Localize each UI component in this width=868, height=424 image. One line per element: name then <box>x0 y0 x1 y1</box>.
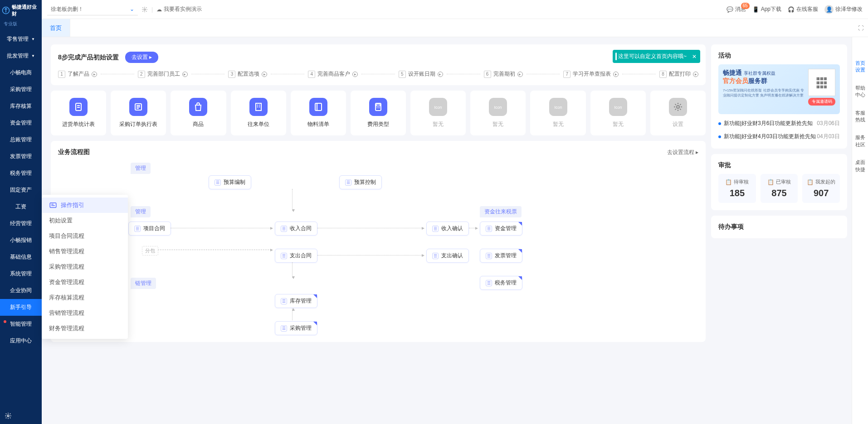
submenu-item-3[interactable]: 销售管理流程 <box>42 244 128 259</box>
flow-node-budget-edit[interactable]: ☰预算编制 <box>209 175 251 189</box>
submenu-item-6[interactable]: 库存核算流程 <box>42 290 128 305</box>
kpi-0[interactable]: 📋待审核185 <box>718 174 756 203</box>
submenu-item-2[interactable]: 项目合同流程 <box>42 228 128 244</box>
flow-node-income-confirm[interactable]: ☰收入确认 <box>426 222 469 236</box>
sidebar-item-16[interactable]: 新手引导 <box>0 299 42 316</box>
sidebar-item-1[interactable]: 批发管理▼ <box>0 48 42 64</box>
logo[interactable]: 畅捷通好业财 <box>0 0 42 21</box>
org-selector[interactable]: 徐老板勿删！ ⌄ <box>47 4 138 15</box>
rail-item-1[interactable]: 帮助中心 <box>853 80 867 103</box>
quick-card-7[interactable]: Icon暂无 <box>470 91 526 135</box>
submenu-item-7[interactable]: 营销管理流程 <box>42 305 128 321</box>
rail-item-4[interactable]: 桌面快捷 <box>853 154 867 178</box>
kpi-2[interactable]: 📋我发起的907 <box>802 174 840 203</box>
quick-card-5[interactable]: 费用类型 <box>351 91 406 135</box>
kpi-1[interactable]: 📋已审核875 <box>761 174 798 203</box>
activity-item-1[interactable]: 新功能|好业财4月03日功能更新抢先知04月03日 <box>718 132 840 141</box>
submenu-item-0[interactable]: 操作指引 <box>42 198 128 213</box>
quick-card-1[interactable]: 采购订单执行表 <box>111 91 166 135</box>
icon-icon: Icon <box>549 98 567 116</box>
sidebar-settings[interactable] <box>0 408 42 424</box>
quick-card-8[interactable]: Icon暂无 <box>530 91 585 135</box>
icon-icon: Icon <box>609 98 627 116</box>
setup-step-7[interactable]: 7学习开单查报表▶ <box>563 70 619 78</box>
flow-node-invoice[interactable]: ☰发票管理 <box>480 249 522 263</box>
quick-card-6[interactable]: Icon暂无 <box>410 91 466 135</box>
sidebar-item-18[interactable]: 应用中心 <box>0 332 42 349</box>
flow-node-budget-ctrl[interactable]: ☰预算控制 <box>339 175 382 189</box>
quick-card-9[interactable]: Icon暂无 <box>590 91 646 135</box>
bullet-icon <box>718 135 721 138</box>
submenu-item-8[interactable]: 财务管理流程 <box>42 321 128 336</box>
setup-title: 8步完成产品初始设置 <box>58 53 119 62</box>
go-setup-button[interactable]: 去设置 ▸ <box>125 52 158 63</box>
sidebar-item-0[interactable]: 零售管理▼ <box>0 31 42 48</box>
quick-card-3[interactable]: 往来单位 <box>231 91 286 135</box>
sidebar-item-8[interactable]: 税务管理 <box>0 165 42 182</box>
settings-icon[interactable] <box>141 6 148 13</box>
submenu-item-4[interactable]: 采购管理流程 <box>42 259 128 275</box>
submenu-item-1[interactable]: 初始设置 <box>42 213 128 228</box>
sidebar-item-9[interactable]: 固定资产 <box>0 182 42 198</box>
quick-card-0[interactable]: 进货单统计表 <box>51 91 106 135</box>
setup-step-4[interactable]: 4完善商品客户▶ <box>308 70 358 78</box>
app-download-button[interactable]: 📱 App下载 <box>752 5 781 13</box>
setup-step-8[interactable]: 8配置打印▶ <box>659 70 698 78</box>
flow-node-inventory[interactable]: ☰库存管理 <box>275 294 317 308</box>
doc-icon: ☰ <box>281 226 287 232</box>
submenu-item-5[interactable]: 资金管理流程 <box>42 275 128 290</box>
quick-card-4[interactable]: 物料清单 <box>291 91 346 135</box>
sidebar-item-17[interactable]: 智能管理 <box>0 316 42 332</box>
demo-link[interactable]: ☁ 我要看实例演示 <box>156 5 202 13</box>
flow-settings-link[interactable]: 去设置流程 ▸ <box>667 149 698 156</box>
bag-icon <box>189 98 207 116</box>
setup-step-5[interactable]: 5设开账日期▶ <box>399 70 443 78</box>
quick-card-10[interactable]: 设置 <box>650 91 706 135</box>
flow-node-expense-contract[interactable]: ☰支出合同 <box>275 249 317 263</box>
sidebar-item-10[interactable]: 工资 <box>0 198 42 215</box>
flow-node-tax[interactable]: ☰税务管理 <box>480 276 522 290</box>
activities-banner[interactable]: 畅捷通 享社群专属权益 官方会员服务群 7×15h资深顾问在线答疑 社群会员专享… <box>718 64 840 114</box>
close-icon[interactable]: ✕ <box>692 53 697 60</box>
sidebar-item-13[interactable]: 基础信息 <box>0 249 42 265</box>
user-menu[interactable]: 👤 徐泽华修改 <box>824 5 863 14</box>
rail-item-2[interactable]: 客服热线 <box>853 105 867 128</box>
flow-node-funds[interactable]: ☰资金管理 <box>480 222 522 236</box>
chevron-down-icon: ⌄ <box>130 6 134 12</box>
rail-item-0[interactable]: 首页设置 <box>853 55 867 78</box>
sidebar-item-11[interactable]: 经营管理 <box>0 215 42 232</box>
quick-card-2[interactable]: 商品 <box>171 91 226 135</box>
sidebar-item-12[interactable]: 小畅报销 <box>0 232 42 249</box>
rail-item-3[interactable]: 服务社区 <box>853 130 867 153</box>
gear-icon <box>669 98 687 116</box>
sidebar-item-14[interactable]: 系统管理 <box>0 265 42 282</box>
svg-point-1 <box>7 415 9 417</box>
setup-step-1[interactable]: 1了解产品▶ <box>58 70 97 78</box>
messages-button[interactable]: 💬 消息 65 <box>727 5 746 13</box>
flow-arrow <box>317 255 423 255</box>
sidebar-item-2[interactable]: 小畅电商 <box>0 64 42 81</box>
flow-node-purchase[interactable]: ☰采购管理 <box>275 321 317 335</box>
sidebar-item-5[interactable]: 资金管理 <box>0 115 42 131</box>
online-service-button[interactable]: 🎧 在线客服 <box>788 5 818 13</box>
quick-access-grid: 进货单统计表采购订单执行表商品往来单位物料清单费用类型Icon暂无Icon暂无I… <box>51 91 706 135</box>
sidebar-item-4[interactable]: 库存核算 <box>0 98 42 115</box>
play-icon: ▶ <box>262 72 267 77</box>
todo-card: 待办事项 <box>711 216 847 238</box>
setup-step-3[interactable]: 3配置选项▶ <box>228 70 267 78</box>
sidebar-item-15[interactable]: 企业协同 <box>0 282 42 299</box>
tab-home[interactable]: 首页 <box>42 19 70 37</box>
setup-step-6[interactable]: 6完善期初▶ <box>484 70 523 78</box>
sidebar-item-3[interactable]: 采购管理 <box>0 81 42 98</box>
flow-node-income-contract[interactable]: ☰收入合同 <box>275 222 317 236</box>
fullscreen-toggle[interactable]: ⛶ <box>853 25 868 31</box>
flow-node-proj-contract[interactable]: ☰项目合同 <box>128 222 171 236</box>
invite-code-button[interactable]: 专属邀请码 <box>808 98 835 106</box>
activity-item-0[interactable]: 新功能|好业财3月6日功能更新抢先知03月06日 <box>718 119 840 128</box>
flow-node-expense-confirm[interactable]: ☰支出确认 <box>426 249 469 263</box>
form-icon <box>309 98 327 116</box>
setup-step-2[interactable]: 2完善部门员工▶ <box>138 70 188 78</box>
sidebar-item-7[interactable]: 发票管理 <box>0 148 42 165</box>
guide-icon <box>49 201 57 209</box>
sidebar-item-6[interactable]: 总账管理 <box>0 131 42 148</box>
